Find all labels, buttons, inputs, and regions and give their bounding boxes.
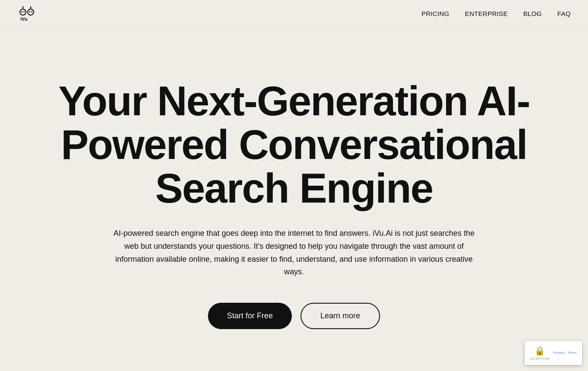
svg-point-9 xyxy=(30,6,32,7)
hero-section: Your Next-Generation AI-Powered Conversa… xyxy=(0,28,588,364)
nav-item-faq[interactable]: FAQ xyxy=(557,10,571,18)
learn-more-button[interactable]: Learn more xyxy=(300,303,380,329)
logo[interactable]: iVu xyxy=(17,4,36,23)
recaptcha-logo: 🔒 reCAPTCHA xyxy=(530,346,550,361)
svg-point-5 xyxy=(31,11,32,12)
svg-point-1 xyxy=(28,9,34,15)
svg-point-3 xyxy=(23,11,25,12)
svg-point-4 xyxy=(29,11,30,12)
logo-icon: iVu xyxy=(17,4,36,23)
navbar: iVu PRICING ENTERPRISE BLOG FAQ xyxy=(0,0,588,28)
nav-links: PRICING ENTERPRISE BLOG FAQ xyxy=(422,10,571,18)
nav-item-blog[interactable]: BLOG xyxy=(523,10,542,18)
nav-item-enterprise[interactable]: ENTERPRISE xyxy=(465,10,508,18)
recaptcha-links: Privacy - Terms xyxy=(553,350,577,356)
hero-title: Your Next-Generation AI-Powered Conversa… xyxy=(56,79,532,210)
hero-buttons: Start for Free Learn more xyxy=(208,303,380,329)
recaptcha-icon: 🔒 xyxy=(534,346,545,356)
nav-link-enterprise[interactable]: ENTERPRISE xyxy=(465,10,508,17)
nav-link-blog[interactable]: BLOG xyxy=(523,10,542,17)
svg-point-7 xyxy=(22,6,24,7)
nav-link-faq[interactable]: FAQ xyxy=(557,10,571,17)
svg-point-2 xyxy=(21,11,22,12)
nav-item-pricing[interactable]: PRICING xyxy=(422,10,450,18)
recaptcha-label: reCAPTCHA xyxy=(530,357,550,361)
svg-point-0 xyxy=(20,9,26,15)
hero-subtitle: AI-powered search engine that goes deep … xyxy=(108,227,480,279)
nav-link-pricing[interactable]: PRICING xyxy=(422,10,450,17)
svg-text:iVu: iVu xyxy=(20,16,28,22)
recaptcha-badge: 🔒 reCAPTCHA Privacy - Terms xyxy=(525,341,582,365)
start-for-free-button[interactable]: Start for Free xyxy=(208,303,292,329)
